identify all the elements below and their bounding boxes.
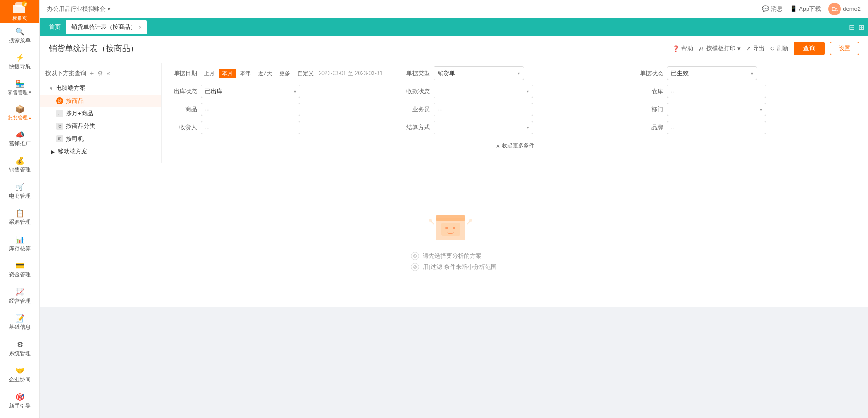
date-tag-7days[interactable]: 近7天 [255,69,275,78]
tab-minimize-btn[interactable]: ⊟ [849,23,855,32]
industry-dropdown[interactable]: 办公用品行业模拟账套 ▾ [47,5,111,13]
ecom-icon: 🛒 [15,183,24,191]
sales-label: 销售管理 [9,166,31,174]
quicknav-icon: ⚡ [15,53,24,62]
sidebar-item-sales[interactable]: 💰 销售管理 [0,152,39,178]
category-icon: 类 [56,123,63,130]
tab-maximize-btn[interactable]: ⊞ [859,23,864,32]
outstatus-chevron-icon: ▾ [294,89,296,94]
department-label: 部门 [635,105,667,114]
app-download-btn[interactable]: 📱 App下载 [790,5,821,13]
filter-field-doctype: 单据类型 销货单 ▾ [402,66,627,80]
sidebar-item-retail[interactable]: 🏪 零售管理 ▼ [0,75,39,100]
filter-main: 按以下方案查询 + ⚙ « ▼ 电脑端方案 [40,59,868,163]
tree-item-product-label: 按商品 [66,97,84,105]
sidebar-item-quicknav[interactable]: ⚡ 快捷导航 [0,49,39,75]
tree-group-mobile-header[interactable]: ▶ 移动端方案 [40,145,161,158]
empty-tip-1: ① 请先选择要分析的方案 [411,252,496,260]
filter-field-outstatus: 出库状态 已出库 ▾ [169,85,395,98]
sidebar: 好 标推页 🔍 搜索菜单 ⚡ 快捷导航 🏪 零售管理 ▼ 📦 批发管理 ▲ 📣 … [0,0,40,418]
sidebar-item-collab[interactable]: 🤝 企业协同 [0,362,39,388]
sidebar-item-ops[interactable]: 📈 经营管理 [0,283,39,309]
refresh-btn[interactable]: ↻ 刷新 [770,44,788,52]
tree-group-desktop-header[interactable]: ▼ 电脑端方案 [40,82,161,95]
date-tag-lastmonth[interactable]: 上月 [201,69,218,78]
sidebar-item-appstore[interactable]: 🔲 应用中心 [0,414,39,418]
settlement-select[interactable]: ▾ [434,121,533,134]
docstatus-select[interactable]: 已生效 ▾ [667,66,757,80]
sidebar-item-finance[interactable]: 💳 资金管理 [0,257,39,283]
filter-area: 按以下方案查询 + ⚙ « ▼ 电脑端方案 [40,59,868,163]
tree-item-product[interactable]: 按 按商品 [40,95,161,107]
filter-field-product: 商品 ··· [169,103,395,116]
tab-home[interactable]: 首页 [43,20,66,34]
purchase-icon: 📋 [15,209,24,218]
recipient-dots: ··· [205,124,210,131]
docstatus-label: 单据状态 [635,69,667,77]
svg-text:好: 好 [23,3,27,7]
mobile-group-label: 移动端方案 [58,147,87,156]
sidebar-item-search[interactable]: 🔍 搜索菜单 [0,23,39,49]
mobile-group-arrow: ▶ [51,148,55,155]
sidebar-item-purchase[interactable]: 📋 采购管理 [0,204,39,231]
base-icon: 📝 [15,314,24,323]
inventory-label: 库存核算 [9,245,31,252]
date-label: 单据日期 [169,69,201,77]
sidebar-item-ecom[interactable]: 🛒 电商管理 [0,178,39,204]
sidebar-item-guide[interactable]: 🎯 新手引导 [0,388,39,414]
retail-arrow-icon: ▼ [28,90,32,95]
recipient-input[interactable]: ··· [201,121,300,134]
tree-group-desktop: ▼ 电脑端方案 按 按商品 月 按月+商品 [40,82,161,145]
filter-field-recipient: 收货人 ··· [169,121,395,134]
sidebar-item-system[interactable]: ⚙ 系统管理 [0,336,39,362]
refresh-icon: ↻ [770,45,775,52]
sidebar-item-base[interactable]: 📝 基础信息 [0,309,39,336]
wholesale-icon: 📦 [15,105,24,114]
paymentstatus-select[interactable]: ▾ [434,85,533,98]
sidebar-item-marketing[interactable]: 📣 营销推广 [0,126,39,152]
empty-tip-2: ② 用[过滤]条件来缩小分析范围 [411,263,496,271]
doctype-label: 单据类型 [402,69,434,77]
print-btn[interactable]: 🖨 按模板打印 ▾ [698,44,741,52]
date-tag-thisyear[interactable]: 本年 [237,69,254,78]
tab-active-label: 销货单统计表（按商品） [71,23,136,31]
guide-label: 新手引导 [9,402,31,410]
settings-button[interactable]: 设置 [830,42,859,55]
help-btn[interactable]: ❓ 帮助 [672,44,693,52]
product-input[interactable]: ··· [201,103,300,116]
date-tag-more[interactable]: 更多 [276,69,293,78]
department-select[interactable]: ▾ [667,103,766,116]
date-tag-custom[interactable]: 自定义 [294,69,317,78]
header-right: 💬 消息 📱 App下载 Ea demo2 [762,3,861,15]
header-left: 办公用品行业模拟账套 ▾ [47,5,111,13]
date-tag-thismonth[interactable]: 本月 [219,69,236,78]
tab-close-icon[interactable]: × [139,25,142,30]
industry-label: 办公用品行业模拟账套 [47,5,106,13]
salesperson-input[interactable]: ··· [434,103,533,116]
filter-collapse-btn[interactable]: « [107,70,110,77]
filter-settings-btn[interactable]: ⚙ [97,70,103,77]
docstatus-value: 已生效 [671,69,689,77]
export-btn[interactable]: ↗ 导出 [746,44,764,52]
brand-input[interactable]: ··· [667,121,766,134]
filter-add-btn[interactable]: + [90,70,94,77]
tree-item-category[interactable]: 类 按商品分类 [40,120,161,133]
outstatus-select[interactable]: 已出库 ▾ [201,85,300,98]
wholesale-arrow-icon: ▲ [28,116,32,120]
industry-dropdown-icon: ▾ [108,5,111,12]
message-btn[interactable]: 💬 消息 [762,5,783,13]
doctype-select[interactable]: 销货单 ▾ [434,66,524,80]
outstatus-label: 出库状态 [169,87,201,95]
filter-field-brand: 品牌 ··· [635,121,861,134]
tree-item-driver[interactable]: 司 按司机 [40,133,161,145]
tree-item-month-product[interactable]: 月 按月+商品 [40,107,161,120]
user-profile[interactable]: Ea demo2 [828,3,861,15]
sidebar-item-wholesale[interactable]: 📦 批发管理 ▲ [0,100,39,126]
tab-active[interactable]: 销货单统计表（按商品） × [66,20,147,34]
collapse-more-btn[interactable]: ∧ 收起更多条件 [169,139,861,152]
sidebar-item-inventory[interactable]: 📊 库存核算 [0,231,39,257]
query-button[interactable]: 查询 [794,42,825,55]
warehouse-input[interactable]: ··· [667,85,766,98]
logo-area: 好 标推页 [0,0,39,23]
retail-icon: 🏪 [15,80,24,88]
